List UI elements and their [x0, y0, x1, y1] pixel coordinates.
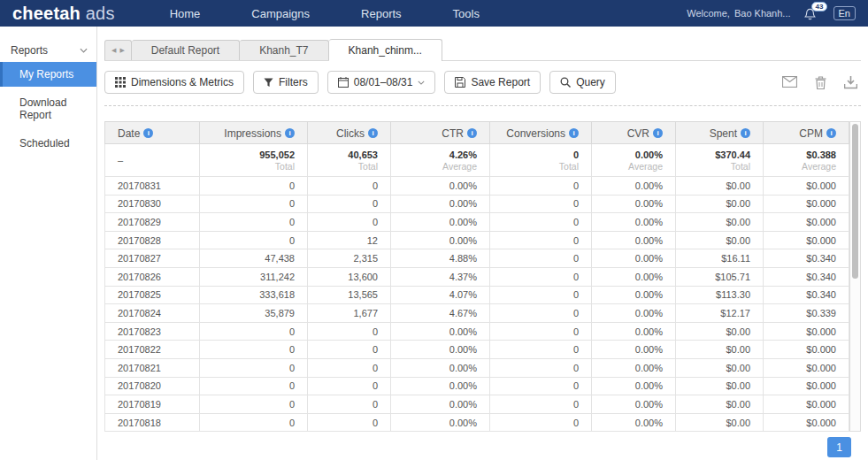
sidebar-item-download-report[interactable]: Download Report: [0, 90, 96, 127]
nav-item-campaigns[interactable]: Campaigns: [251, 7, 310, 20]
save-report-button[interactable]: Save Report: [444, 71, 541, 94]
value-cell: 0.00%: [391, 177, 490, 196]
welcome-label: Welcome,: [687, 8, 730, 19]
column-header-cvr[interactable]: CVRi: [592, 122, 676, 144]
chevron-down-icon: [80, 48, 88, 53]
sidebar-item-scheduled[interactable]: Scheduled: [0, 131, 96, 156]
tab-scroll-arrows[interactable]: ◀ ▶: [104, 40, 132, 60]
table-scrollbar[interactable]: [849, 121, 861, 432]
value-cell: $0.00: [676, 358, 764, 377]
column-header-date[interactable]: Datei: [105, 122, 200, 144]
column-header-conversions[interactable]: Conversionsi: [490, 122, 592, 144]
language-selector[interactable]: En: [833, 6, 856, 20]
value-cell: $0.00: [676, 413, 764, 432]
chevron-down-icon: [418, 80, 425, 85]
totals-sublabel: Total: [212, 161, 295, 172]
value-cell: 35,879: [200, 304, 308, 323]
info-icon[interactable]: i: [653, 128, 663, 138]
value-cell: 0: [200, 341, 308, 359]
value-cell: 0.00%: [391, 195, 490, 213]
date-cell: 20170824: [105, 304, 200, 323]
value-cell: 0: [200, 322, 308, 341]
date-cell: 20170822: [105, 341, 200, 359]
logo-light: ads: [86, 4, 115, 23]
nav-item-tools[interactable]: Tools: [453, 7, 480, 20]
sidebar-item-my-reports[interactable]: My Reports: [0, 62, 96, 87]
info-icon[interactable]: i: [368, 128, 378, 138]
info-icon[interactable]: i: [569, 128, 579, 138]
page-1-button[interactable]: 1: [827, 437, 851, 457]
info-icon[interactable]: i: [285, 128, 295, 138]
column-label: Clicks: [336, 126, 365, 139]
value-cell: 0: [308, 213, 391, 232]
totals-row: – 955,052Total 40,653Total 4.26%Average …: [105, 144, 849, 177]
value-cell: $0.000: [764, 231, 849, 249]
nav-item-reports[interactable]: Reports: [361, 7, 402, 20]
column-header-ctr[interactable]: CTRi: [391, 122, 490, 144]
column-header-spent[interactable]: Spenti: [676, 122, 764, 144]
save-report-label: Save Report: [471, 76, 530, 88]
scrollbar-thumb[interactable]: [852, 124, 858, 279]
tab-scroll-left-icon[interactable]: ◀: [111, 47, 116, 54]
value-cell: $0.00: [676, 322, 764, 341]
value-cell: 0: [308, 341, 391, 359]
column-header-impressions[interactable]: Impressionsi: [200, 122, 308, 144]
tab-default-report[interactable]: Default Report: [132, 40, 240, 60]
value-cell: $12.17: [676, 304, 764, 323]
value-cell: $0.340: [764, 286, 849, 304]
date-range-button[interactable]: 08/01–08/31: [327, 71, 436, 94]
download-icon[interactable]: [844, 76, 857, 89]
sidebar-section-reports[interactable]: Reports: [0, 39, 96, 62]
table-row: 2017082435,8791,6774.67%00.00%$12.17$0.3…: [105, 304, 849, 323]
info-icon[interactable]: i: [467, 128, 477, 138]
value-cell: 0.00%: [391, 231, 490, 249]
trash-icon[interactable]: [815, 76, 826, 89]
info-icon[interactable]: i: [143, 128, 153, 138]
info-icon[interactable]: i: [826, 128, 836, 138]
date-cell: 20170828: [105, 231, 200, 249]
notifications-button[interactable]: 43: [803, 4, 821, 22]
value-cell: 0.00%: [592, 322, 676, 341]
value-cell: 2,315: [308, 249, 391, 268]
date-cell: 20170818: [105, 413, 200, 432]
value-cell: 0: [490, 413, 592, 432]
value-cell: 0: [200, 195, 308, 213]
table-row: 20170826311,24213,6004.37%00.00%$105.71$…: [105, 267, 849, 286]
value-cell: $16.11: [676, 249, 764, 268]
tab-khanh-t7[interactable]: Khanh_T7: [240, 40, 328, 60]
column-header-clicks[interactable]: Clicksi: [308, 122, 391, 144]
value-cell: 0.00%: [391, 341, 490, 359]
value-cell: $0.000: [764, 358, 849, 377]
value-cell: 0: [200, 231, 308, 249]
nav-item-home[interactable]: Home: [170, 7, 201, 20]
tab-khanh-chinm[interactable]: Khanh_chinm...: [329, 39, 442, 61]
info-icon[interactable]: i: [741, 128, 750, 138]
value-cell: $0.00: [676, 177, 764, 196]
tab-scroll-right-icon[interactable]: ▶: [119, 47, 124, 54]
value-cell: 0.00%: [592, 177, 676, 196]
mail-icon[interactable]: [782, 76, 797, 88]
column-header-cpm[interactable]: CPMi: [764, 122, 849, 144]
totals-sublabel: Average: [604, 161, 663, 172]
value-cell: $0.000: [764, 177, 849, 196]
value-cell: 4.37%: [391, 267, 490, 286]
value-cell: 0: [200, 213, 308, 232]
date-cell: 20170819: [105, 395, 200, 414]
value-cell: 0: [490, 304, 592, 323]
filters-button[interactable]: Filters: [253, 71, 319, 94]
totals-cell: $0.388Average: [764, 144, 849, 177]
value-cell: $0.000: [764, 341, 849, 359]
value-cell: 12: [308, 231, 391, 249]
app-logo[interactable]: cheetah ads: [12, 4, 115, 24]
welcome-text[interactable]: Welcome,Bao Khanh...: [687, 8, 790, 19]
query-button[interactable]: Query: [549, 71, 616, 94]
pagination: 1: [827, 437, 851, 457]
value-cell: 0.00%: [592, 231, 676, 249]
value-cell: 0: [490, 377, 592, 395]
dimensions-metrics-button[interactable]: Dimensions & Metrics: [104, 71, 244, 94]
value-cell: $0.000: [764, 213, 849, 232]
report-tabs: ◀ ▶ Default Report Khanh_T7 Khanh_chinm.…: [104, 27, 861, 61]
table-row: 20170822000.00%00.00%$0.00$0.000: [105, 341, 849, 359]
value-cell: 0: [200, 395, 308, 414]
totals-sublabel: Total: [503, 161, 579, 172]
